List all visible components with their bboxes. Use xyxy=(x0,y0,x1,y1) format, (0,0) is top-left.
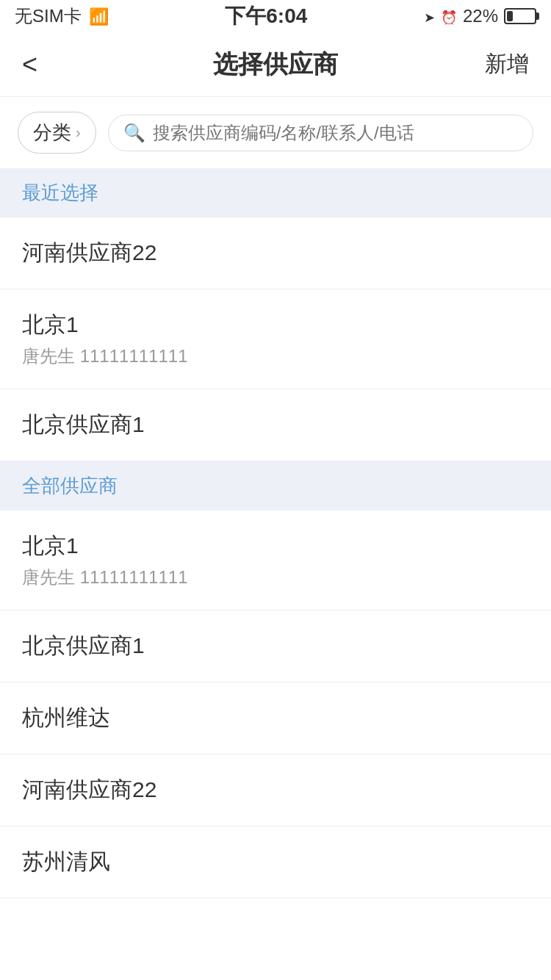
list-item[interactable]: 北京1唐先生 11111111111 xyxy=(0,289,551,389)
location-icon xyxy=(424,6,435,26)
wifi-icon xyxy=(89,6,109,26)
nav-title: 选择供应商 xyxy=(213,48,338,82)
all-list: 北京1唐先生 11111111111北京供应商1杭州维达河南供应商22苏州清风 xyxy=(0,511,551,898)
status-right: 22% xyxy=(424,6,536,26)
list-item[interactable]: 杭州维达 xyxy=(0,682,551,754)
item-name: 北京供应商1 xyxy=(22,631,529,661)
status-left: 无SIM卡 xyxy=(15,4,109,28)
search-icon: 🔍 xyxy=(123,123,145,143)
category-button[interactable]: 分类 › xyxy=(18,112,96,154)
back-button[interactable]: < xyxy=(22,49,81,80)
list-item[interactable]: 河南供应商22 xyxy=(0,754,551,826)
status-bar: 无SIM卡 下午6:04 22% xyxy=(0,0,551,32)
list-item[interactable]: 北京1唐先生 11111111111 xyxy=(0,511,551,610)
battery-box xyxy=(504,8,536,24)
search-box[interactable]: 🔍 xyxy=(108,115,533,151)
item-name: 北京1 xyxy=(22,531,529,561)
battery-fill xyxy=(507,11,513,21)
recent-section-header: 最近选择 xyxy=(0,168,551,217)
filter-bar: 分类 › 🔍 xyxy=(0,97,551,168)
all-section-title: 全部供应商 xyxy=(22,475,118,497)
sim-text: 无SIM卡 xyxy=(15,4,82,28)
new-action-button[interactable]: 新增 xyxy=(470,49,529,79)
item-contact: 唐先生 11111111111 xyxy=(22,345,529,368)
list-item[interactable]: 北京供应商1 xyxy=(0,610,551,682)
item-contact: 唐先生 11111111111 xyxy=(22,566,529,589)
nav-bar: < 选择供应商 新增 xyxy=(0,32,551,97)
list-item[interactable]: 苏州清风 xyxy=(0,826,551,898)
item-name: 苏州清风 xyxy=(22,847,529,877)
item-name: 河南供应商22 xyxy=(22,775,529,805)
list-item[interactable]: 北京供应商1 xyxy=(0,389,551,461)
item-name: 杭州维达 xyxy=(22,703,529,733)
item-name: 北京1 xyxy=(22,310,529,340)
recent-list: 河南供应商22北京1唐先生 11111111111北京供应商1 xyxy=(0,217,551,461)
category-label: 分类 xyxy=(33,120,71,145)
status-time: 下午6:04 xyxy=(225,2,307,30)
search-input[interactable] xyxy=(153,123,518,143)
list-item[interactable]: 河南供应商22 xyxy=(0,217,551,289)
category-arrow-icon: › xyxy=(76,124,81,141)
recent-section-title: 最近选择 xyxy=(22,181,98,203)
item-name: 河南供应商22 xyxy=(22,238,529,268)
battery-percent: 22% xyxy=(463,6,498,26)
item-name: 北京供应商1 xyxy=(22,410,529,440)
alarm-icon xyxy=(441,6,457,26)
all-section-header: 全部供应商 xyxy=(0,461,551,511)
battery-bar xyxy=(504,8,536,24)
